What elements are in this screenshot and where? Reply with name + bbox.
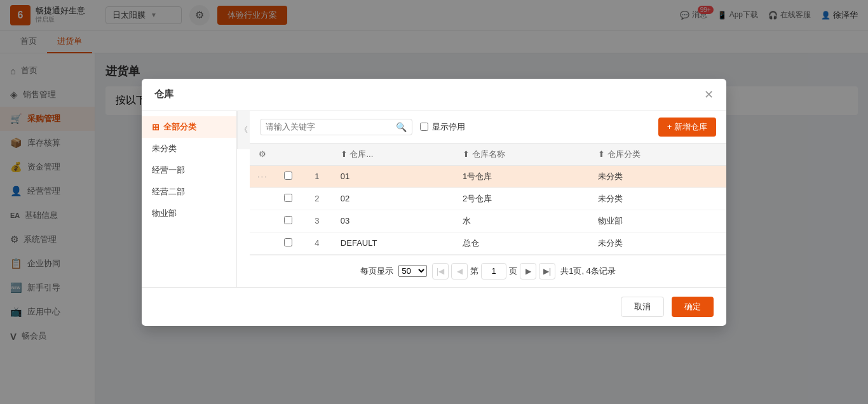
modal-toolbar: 🔍 显示停用 + 新增仓库 — [250, 111, 726, 144]
row-number-cell: 3 — [301, 210, 333, 232]
cat-uncategorized[interactable]: 未分类 — [142, 138, 236, 159]
row-code-cell: 02 — [333, 187, 455, 210]
row-number-cell: 4 — [301, 232, 333, 254]
grid-icon: ⊞ — [152, 122, 159, 132]
row-code-cell: 03 — [333, 210, 455, 232]
warehouse-modal: 仓库 ✕ ⊞ 全部分类 未分类 经营一部 经营二部 — [142, 79, 726, 326]
cat-property-label: 物业部 — [152, 208, 177, 218]
row-checkbox-cell[interactable] — [276, 187, 301, 210]
sort-icon: ⬆ — [341, 149, 348, 159]
row-name-cell: 水 — [455, 210, 591, 232]
modal-overlay: 仓库 ✕ ⊞ 全部分类 未分类 经营一部 经营二部 — [0, 0, 868, 404]
page-label: 第 — [470, 266, 478, 277]
total-info: 共1页, 4条记录 — [560, 266, 616, 277]
row-number-cell: 1 — [301, 165, 333, 187]
table-row[interactable]: 3 03 水 物业部 — [250, 210, 726, 232]
row-number-cell: 2 — [301, 187, 333, 210]
row-dots[interactable]: ··· — [257, 172, 268, 181]
show-disabled-text: 显示停用 — [432, 121, 465, 133]
row-code-cell: 01 — [333, 165, 455, 187]
cat-all[interactable]: ⊞ 全部分类 — [142, 116, 236, 138]
category-sidebar: ⊞ 全部分类 未分类 经营一部 经营二部 物业部 — [142, 111, 237, 287]
row-checkbox-cell[interactable] — [276, 210, 301, 232]
row-checkbox[interactable] — [284, 172, 292, 180]
prev-page-btn[interactable]: ◀ — [451, 263, 468, 279]
modal-footer: 取消 确定 — [142, 287, 726, 326]
col-check — [276, 144, 301, 166]
per-page-label: 每页显示 — [360, 266, 393, 277]
col-gear: ⚙ — [250, 144, 276, 166]
cat-dept1[interactable]: 经营一部 — [142, 159, 236, 181]
pagination: 每页显示 50 100 200 |◀ ◀ 第 页 ▶ ▶| — [250, 255, 726, 287]
modal-title: 仓库 — [154, 88, 173, 100]
row-name-cell: 1号仓库 — [455, 165, 591, 187]
col-code[interactable]: ⬆ 仓库... — [333, 144, 455, 166]
row-name-cell: 2号仓库 — [455, 187, 591, 210]
row-checkbox[interactable] — [284, 216, 292, 224]
modal-main: 🔍 显示停用 + 新增仓库 ⚙ — [250, 111, 726, 287]
modal-header: 仓库 ✕ — [142, 79, 726, 111]
per-page-select[interactable]: 50 100 200 — [398, 265, 427, 277]
page-input[interactable] — [481, 263, 506, 279]
row-gear-cell — [250, 232, 276, 254]
row-gear-cell: ··· — [250, 165, 276, 187]
first-page-btn[interactable]: |◀ — [432, 263, 449, 279]
sort-icon2: ⬆ — [463, 149, 470, 159]
next-page-btn[interactable]: ▶ — [520, 263, 536, 279]
show-disabled-label[interactable]: 显示停用 — [420, 121, 465, 133]
modal-body: ⊞ 全部分类 未分类 经营一部 经营二部 物业部 《 — [142, 111, 726, 287]
row-checkbox-cell[interactable] — [276, 232, 301, 254]
col-category[interactable]: ⬆ 仓库分类 — [590, 144, 726, 166]
row-category-cell: 未分类 — [590, 187, 726, 210]
row-checkbox[interactable] — [284, 238, 292, 246]
cat-dept2-label: 经营二部 — [152, 187, 185, 196]
modal-close-button[interactable]: ✕ — [704, 88, 714, 102]
table-row[interactable]: 4 DEFAULT 总仓 未分类 — [250, 232, 726, 254]
row-category-cell: 未分类 — [590, 232, 726, 254]
col-name[interactable]: ⬆ 仓库名称 — [455, 144, 591, 166]
page-unit: 页 — [509, 266, 517, 277]
page-nav: |◀ ◀ 第 页 ▶ ▶| — [432, 263, 555, 279]
confirm-button[interactable]: 确定 — [672, 297, 714, 317]
search-input[interactable] — [266, 122, 392, 131]
search-box: 🔍 — [260, 119, 412, 135]
row-code-cell: DEFAULT — [333, 232, 455, 254]
table-header-row: ⚙ ⬆ 仓库... ⬆ 仓库名称 ⬆ 仓库分类 — [250, 144, 726, 166]
table-row[interactable]: ··· 1 01 1号仓库 未分类 — [250, 165, 726, 187]
cat-dept2[interactable]: 经营二部 — [142, 181, 236, 203]
cat-property[interactable]: 物业部 — [142, 203, 236, 224]
col-num — [301, 144, 333, 166]
cat-all-label: 全部分类 — [163, 121, 196, 133]
cat-dept1-label: 经营一部 — [152, 165, 185, 175]
cancel-button[interactable]: 取消 — [621, 297, 664, 317]
search-icon: 🔍 — [396, 122, 407, 132]
add-warehouse-button[interactable]: + 新增仓库 — [658, 118, 716, 137]
warehouse-table: ⚙ ⬆ 仓库... ⬆ 仓库名称 ⬆ 仓库分类 — [250, 144, 726, 255]
row-checkbox-cell[interactable] — [276, 165, 301, 187]
row-category-cell: 物业部 — [590, 210, 726, 232]
row-gear-cell — [250, 187, 276, 210]
last-page-btn[interactable]: ▶| — [539, 263, 555, 279]
cat-uncategorized-label: 未分类 — [152, 144, 177, 153]
sort-icon3: ⬆ — [598, 149, 605, 159]
collapse-sidebar-button[interactable]: 《 — [237, 111, 250, 149]
table-row[interactable]: 2 02 2号仓库 未分类 — [250, 187, 726, 210]
row-checkbox[interactable] — [284, 194, 292, 202]
row-gear-cell — [250, 210, 276, 232]
row-category-cell: 未分类 — [590, 165, 726, 187]
row-name-cell: 总仓 — [455, 232, 591, 254]
show-disabled-checkbox[interactable] — [420, 123, 428, 131]
